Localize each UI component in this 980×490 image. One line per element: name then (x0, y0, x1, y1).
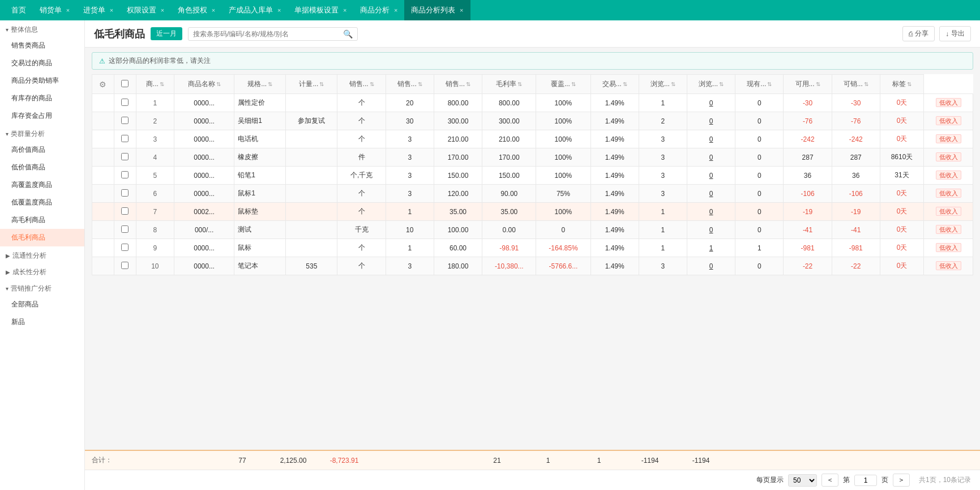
row-checkbox-2[interactable] (114, 130, 136, 148)
sidebar-group-cluster[interactable]: ▾ 类群量分析 (0, 125, 84, 141)
col-current-stock[interactable]: 现有...⇅ (735, 75, 784, 94)
col-coverage[interactable]: 覆盖...⇅ (536, 75, 590, 94)
row-sellable-2: 0天 (880, 130, 923, 148)
col-sellable[interactable]: 可销...⇅ (832, 75, 880, 94)
col-unit[interactable]: 计量...⇅ (286, 75, 337, 94)
sidebar-item-in-stock[interactable]: 有库存的商品 (0, 90, 84, 107)
close-purchase-order-icon[interactable]: × (110, 7, 113, 14)
close-product-analysis-icon[interactable]: × (394, 7, 397, 14)
row-coverage-2: 1.49% (590, 130, 639, 148)
col-sales-amount[interactable]: 销售...⇅ (434, 75, 482, 94)
row-num-4: 5 (136, 167, 174, 185)
nav-role-auth[interactable]: 角色授权 × (171, 0, 222, 20)
sidebar-item-all-products[interactable]: 全部商品 (0, 296, 84, 313)
row-gross-margin-3: 100% (536, 148, 590, 167)
row-checkbox-6[interactable] (114, 203, 136, 221)
nav-product-warehouse[interactable]: 产成品入库单 × (222, 0, 288, 20)
row-views1-7[interactable]: 0 (687, 221, 735, 239)
row-sales-amount-7: 0.00 (482, 221, 536, 239)
row-checkbox-4[interactable] (114, 167, 136, 185)
close-sales-order-icon[interactable]: × (66, 7, 70, 14)
sidebar-item-high-margin[interactable]: 高毛利商品 (0, 211, 84, 229)
nav-product-analysis-list[interactable]: 商品分析列表 × (404, 0, 470, 20)
export-button[interactable]: ↓ 导出 (939, 26, 971, 41)
footer-label: 合计： (92, 455, 112, 465)
nav-sales-order[interactable]: 销货单 × (33, 0, 76, 20)
sidebar-item-high-coverage[interactable]: 高覆盖度商品 (0, 176, 84, 194)
nav-product-analysis[interactable]: 商品分析 × (353, 0, 404, 20)
sidebar-group-growth[interactable]: ▶ 成长性分析 (0, 263, 84, 279)
row-views1-4[interactable]: 0 (687, 167, 735, 185)
select-all-checkbox[interactable] (121, 80, 129, 87)
row-views1-9[interactable]: 0 (687, 257, 735, 275)
col-sales-price[interactable]: 销售...⇅ (386, 75, 434, 94)
row-views1-5[interactable]: 0 (687, 185, 735, 203)
row-views1-6[interactable]: 0 (687, 203, 735, 221)
next-page-button[interactable]: ＞ (893, 474, 910, 487)
col-settings[interactable]: ⚙ (92, 75, 114, 94)
sidebar-group-marketing[interactable]: ▾ 营销推广分析 (0, 279, 84, 296)
row-views1-2[interactable]: 0 (687, 130, 735, 148)
row-views1-8[interactable]: 1 (687, 239, 735, 257)
col-views2[interactable]: 浏览...⇅ (687, 75, 735, 94)
nav-permission-settings[interactable]: 权限设置 × (120, 0, 171, 20)
sidebar-group-overall[interactable]: ▾ 整体信息 (0, 20, 84, 37)
col-code[interactable]: 商...⇅ (136, 75, 174, 94)
nav-template-settings[interactable]: 单据模板设置 × (288, 0, 353, 20)
row-checkbox-8[interactable] (114, 239, 136, 257)
row-checkbox-7[interactable] (114, 221, 136, 239)
prev-page-button[interactable]: ＜ (821, 474, 838, 487)
column-settings-icon[interactable]: ⚙ (99, 80, 106, 89)
share-button[interactable]: ⎙ 分享 (902, 26, 935, 41)
row-gross-margin-8: -164.85% (536, 239, 590, 257)
sidebar-item-sales-products[interactable]: 销售类商品 (0, 37, 84, 54)
col-name[interactable]: 商品名称⇅ (174, 75, 234, 94)
close-template-icon[interactable]: × (343, 7, 346, 14)
row-name-4: 铅笔1 (234, 167, 286, 185)
per-page-select[interactable]: 50 20 100 (788, 474, 817, 487)
col-available[interactable]: 可用...⇅ (784, 75, 832, 94)
sidebar-item-low-value[interactable]: 低价值商品 (0, 159, 84, 176)
col-spec[interactable]: 规格...⇅ (234, 75, 286, 94)
row-code-0: 0000... (174, 94, 234, 112)
row-gross-margin-4: 100% (536, 167, 590, 185)
sidebar-group-flow[interactable]: ▶ 流通性分析 (0, 246, 84, 263)
row-checkbox-1[interactable] (114, 112, 136, 130)
row-views1-0[interactable]: 0 (687, 94, 735, 112)
close-role-auth-icon[interactable]: × (212, 7, 215, 14)
sidebar-item-new-products[interactable]: 新品 (0, 313, 84, 331)
col-sales-qty[interactable]: 销售...⇅ (337, 75, 386, 94)
nav-home[interactable]: 首页 (5, 0, 33, 20)
period-button[interactable]: 近一月 (151, 27, 182, 40)
row-unit-2: 个 (337, 130, 386, 148)
nav-purchase-order[interactable]: 进货单 × (76, 0, 120, 20)
col-transaction[interactable]: 交易...⇅ (590, 75, 639, 94)
search-input[interactable] (193, 30, 343, 38)
sidebar-item-low-margin[interactable]: 低毛利商品 (0, 229, 84, 246)
sidebar-item-traded-products[interactable]: 交易过的商品 (0, 54, 84, 72)
close-product-analysis-list-icon[interactable]: × (460, 7, 463, 14)
row-sellable-7: 0天 (880, 221, 923, 239)
close-product-warehouse-icon[interactable]: × (277, 7, 281, 14)
col-gross-margin[interactable]: 毛利率⇅ (482, 75, 536, 94)
row-tag-8: 低收入 (924, 239, 973, 257)
row-checkbox-3[interactable] (114, 148, 136, 167)
row-checkbox-0[interactable] (114, 94, 136, 112)
col-tag[interactable]: 标签⇅ (880, 75, 923, 94)
row-checkbox-5[interactable] (114, 185, 136, 203)
sidebar-item-low-coverage[interactable]: 低覆盖度商品 (0, 194, 84, 211)
col-views1[interactable]: 浏览...⇅ (639, 75, 687, 94)
close-permission-icon[interactable]: × (161, 7, 164, 14)
sidebar-item-category-assist[interactable]: 商品分类助销率 (0, 72, 84, 90)
sidebar-item-high-value[interactable]: 高价值商品 (0, 141, 84, 159)
row-spec-0 (286, 94, 337, 112)
page-number-input[interactable] (854, 475, 877, 486)
row-checkbox-9[interactable] (114, 257, 136, 275)
row-views1-3[interactable]: 0 (687, 148, 735, 167)
row-views1-1[interactable]: 0 (687, 112, 735, 130)
sidebar-item-capital-usage[interactable]: 库存资金占用 (0, 107, 84, 125)
total-info: 共1页，10条记录 (919, 475, 971, 485)
row-sales-amount-2: 210.00 (482, 130, 536, 148)
row-sales-qty-1: 30 (386, 112, 434, 130)
row-current-stock-7: -41 (784, 221, 832, 239)
